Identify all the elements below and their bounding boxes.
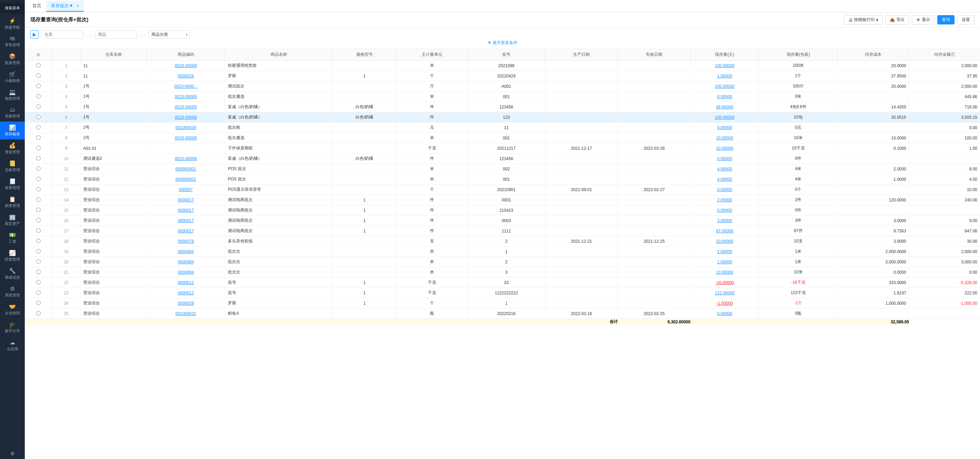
goods-filter-wrap [95, 30, 137, 38]
sidebar-item-guide[interactable]: 🎓 新手引导 [0, 319, 25, 336]
tab-home[interactable]: 首页 [27, 1, 46, 12]
row-radio[interactable] [36, 269, 41, 274]
sidebar-item-small-ecom[interactable]: 🛒 小额电商 [0, 68, 25, 86]
sidebar-item-cooperation[interactable]: 🤝 企业协同 [0, 301, 25, 319]
main-area: 首页 库存批次▼ ✕ 现存量查询(按仓库+批次) 🖨 按模板打印 ▾ 📤 导出 … [25, 0, 980, 459]
row-radio[interactable] [36, 259, 41, 264]
table-row: 12 营业综合 000900001 POS 批次 米 001 4.00000 4… [25, 174, 980, 185]
row-radio[interactable] [36, 73, 41, 78]
row-radio[interactable] [36, 280, 41, 284]
filter-row: ▶ ... ... 商品分类 [30, 30, 975, 38]
dots1: ... [86, 32, 92, 37]
query-button[interactable]: 查询 [937, 15, 955, 24]
sidebar-item-inventory[interactable]: 📊 库存核算 [0, 121, 25, 139]
row-radio[interactable] [36, 290, 41, 295]
page-title: 现存量查询(按仓库+批次) [30, 16, 89, 23]
row-radio[interactable] [36, 301, 41, 305]
row-radio[interactable] [36, 228, 41, 233]
table-row: 8 2号 0023-00005 批次遴选 米 001 10.00000 10米 … [25, 133, 980, 143]
row-radio[interactable] [36, 115, 41, 119]
row-radio[interactable] [36, 135, 41, 140]
tab-close-icon[interactable]: ✕ [76, 4, 79, 8]
operation-icon: 📈 [2, 250, 24, 256]
category-select-wrap: 商品分类 [148, 30, 190, 38]
display-button[interactable]: 👁 显示 [912, 15, 935, 24]
col-spec: 规格型号 [333, 49, 396, 61]
col-warehouse: 仓库名称 [80, 49, 146, 61]
sidebar-item-cloud[interactable]: ☁ 云应用 [0, 336, 25, 354]
sidebar-item-ecom[interactable]: 💻 电商管理 [0, 86, 25, 104]
col-batch: 批号 [468, 49, 545, 61]
footer-amount: 32,589.05 [837, 319, 909, 325]
fund-icon: 💰 [2, 142, 24, 149]
export-icon: 📤 [890, 18, 895, 22]
row-radio[interactable] [36, 177, 41, 181]
sidebar-item-ledger[interactable]: 📒 总账管理 [0, 157, 25, 175]
settings-button[interactable]: 设置 [957, 15, 975, 24]
row-radio[interactable] [36, 218, 41, 222]
sidebar-item-system[interactable]: ⚙ 系统管理 [0, 283, 25, 301]
row-radio[interactable] [36, 166, 41, 171]
sidebar-item-fund[interactable]: 💰 资金管理 [0, 139, 25, 157]
category-select[interactable]: 商品分类 [148, 30, 190, 38]
sidebar-item-retail[interactable]: 🛍 零售管理 [0, 33, 25, 50]
table-row: 19 营业综合 0000084 批次次 米 1 1.00000 1米 2,000… [25, 247, 980, 257]
sidebar-item-wholesale[interactable]: 📦 批发管理 [0, 50, 25, 68]
sidebar-item-salary[interactable]: 💵 工资 [0, 229, 25, 247]
table-row: 7 2号 001000026 批次框 元 11 0.00000 0元 0.00 [25, 123, 980, 133]
col-prod-date: 生产日期 [545, 49, 618, 61]
sidebar-item-tax[interactable]: 📋 税务管理 [0, 193, 25, 211]
sidebar-item-quick-nav[interactable]: ⚡ 快捷导航 [0, 15, 25, 33]
warehouse-input[interactable] [41, 31, 83, 38]
expand-more-button[interactable]: ▼ 展开更多条件 [487, 40, 517, 46]
row-radio[interactable] [36, 146, 41, 150]
table-row: 23 营业综合 0000012 批号 1 千克 1222222222 122.0… [25, 288, 980, 298]
sidebar-logo[interactable]: 搜索菜单 [0, 3, 25, 13]
row-radio[interactable] [36, 208, 41, 212]
table-row: 6 1号 0023-00008 富减（白色/奶橘） 白色/奶橘 件 123 10… [25, 112, 980, 123]
table-row: 4 1号 0023-00005 批次遴选 米 001 0.00000 0米 44… [25, 92, 980, 102]
row-radio[interactable] [36, 104, 41, 109]
footer-qty-main: 6,302.60000 [618, 319, 690, 325]
tab-inventory-batch[interactable]: 库存批次▼ ✕ [46, 1, 84, 12]
row-radio[interactable] [36, 239, 41, 243]
sidebar-settings[interactable]: ⚙ [0, 448, 25, 459]
print-dropdown-icon: ▾ [876, 18, 878, 22]
display-icon: 👁 [916, 18, 920, 22]
row-radio[interactable] [36, 311, 41, 316]
print-icon: 🖨 [848, 18, 853, 22]
sidebar-item-operation[interactable]: 📈 经营管理 [0, 247, 25, 265]
row-radio[interactable] [36, 125, 41, 129]
system-icon: ⚙ [2, 285, 24, 292]
row-radio[interactable] [36, 249, 41, 253]
row-radio[interactable] [36, 63, 41, 67]
row-radio[interactable] [36, 94, 41, 99]
filter-expand-btn[interactable]: ▶ [30, 30, 38, 38]
table-row: 20 营业综合 0000084 批次次 米 2 1.00000 1米 3,000… [25, 257, 980, 267]
header-actions: 🖨 按模板打印 ▾ 📤 导出 👁 显示 查询 设置 [844, 15, 975, 24]
goods-input[interactable] [95, 31, 137, 38]
row-radio[interactable] [36, 84, 41, 88]
table-row: 1 11 0023-00009 软硬通用枕垫套 米 2021098 100.00… [25, 61, 980, 71]
retail-icon: 🛍 [2, 35, 24, 41]
sidebar-item-basic-info[interactable]: 🔧 基础信息 [0, 265, 25, 283]
cooperation-icon: 🤝 [2, 303, 24, 310]
export-button[interactable]: 📤 导出 [885, 15, 909, 24]
row-radio[interactable] [36, 187, 41, 191]
table-row: 10 测试遴选2 0023-00008 富减（白色/奶橘） 白色/奶橘 件 12… [25, 154, 980, 164]
footer-label: 合计 [25, 319, 618, 325]
row-radio[interactable] [36, 156, 41, 161]
print-template-button[interactable]: 🖨 按模板打印 ▾ [844, 15, 883, 24]
table-row: 18 营业综合 0000078 多头异色软线 支 2 2021-12-21 20… [25, 236, 980, 247]
dots2: ... [140, 32, 146, 37]
table-row: 21 营业综合 0000084 批次次 米 3 10.00000 10米 0.0… [25, 267, 980, 277]
sidebar-item-fixed-asset[interactable]: 🏢 固定资产 [0, 211, 25, 229]
table-row: 9 A01-01 子件保质期组 千克 20211217 2021-12-17 2… [25, 143, 980, 154]
row-radio[interactable] [36, 197, 41, 202]
table-row: 5 1号 0023-00005 富减（白色/奶橘） 白色/奶橘 件 123456… [25, 102, 980, 112]
tax-icon: 📋 [2, 196, 24, 202]
col-radio: ⊙ [25, 49, 52, 61]
purchase-icon: 🗂 [2, 107, 24, 113]
sidebar-item-invoice[interactable]: 🧾 发票管理 [0, 175, 25, 193]
sidebar-item-purchase[interactable]: 🗂 采购管理 [0, 104, 25, 121]
